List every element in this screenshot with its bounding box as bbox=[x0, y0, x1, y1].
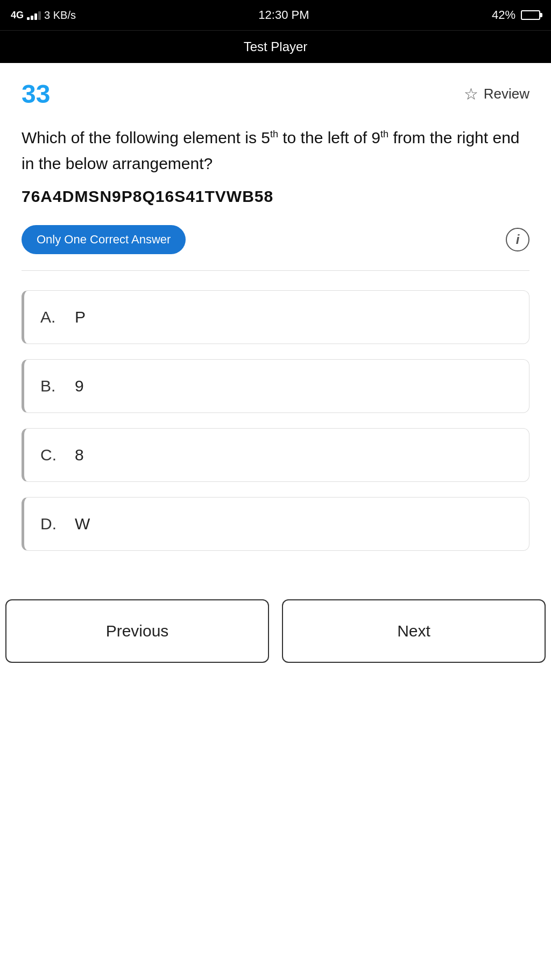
battery-percent: 42% bbox=[492, 8, 515, 22]
options-list: A. P B. 9 C. 8 D. W bbox=[22, 290, 529, 551]
main-content: 33 ☆ Review Which of the following eleme… bbox=[0, 63, 551, 599]
status-right: 42% bbox=[492, 8, 540, 22]
bar3 bbox=[34, 13, 37, 20]
option-a[interactable]: A. P bbox=[22, 290, 529, 344]
battery-icon bbox=[521, 10, 540, 20]
next-button[interactable]: Next bbox=[282, 599, 546, 663]
status-time: 12:30 PM bbox=[258, 8, 309, 22]
question-text: Which of the following element is 5th to… bbox=[22, 125, 529, 177]
option-c-value: 8 bbox=[75, 446, 84, 464]
bar1 bbox=[27, 17, 30, 20]
option-d-label: D. bbox=[40, 515, 62, 533]
info-icon[interactable]: i bbox=[506, 228, 529, 251]
option-a-label: A. bbox=[40, 308, 62, 326]
review-label: Review bbox=[484, 86, 529, 102]
app-bar: Test Player bbox=[0, 30, 551, 63]
question-text-part1: Which of the following element is 5th to… bbox=[22, 129, 520, 172]
option-c[interactable]: C. 8 bbox=[22, 428, 529, 482]
review-button[interactable]: ☆ Review bbox=[464, 85, 529, 103]
bar2 bbox=[31, 16, 33, 20]
divider bbox=[22, 270, 529, 271]
signal-bars bbox=[27, 10, 41, 20]
answer-type-badge: Only One Correct Answer bbox=[22, 225, 186, 254]
network-type: 4G bbox=[11, 10, 24, 21]
question-number: 33 bbox=[22, 79, 50, 109]
answer-type-row: Only One Correct Answer i bbox=[22, 225, 529, 254]
arrangement-text: 76A4DMSN9P8Q16S41TVWB58 bbox=[22, 187, 529, 206]
nav-buttons: Previous Next bbox=[0, 599, 551, 684]
network-speed: 3 KB/s bbox=[44, 9, 76, 22]
option-d[interactable]: D. W bbox=[22, 497, 529, 551]
option-c-label: C. bbox=[40, 446, 62, 464]
status-bar: 4G 3 KB/s 12:30 PM 42% bbox=[0, 0, 551, 30]
option-b-label: B. bbox=[40, 377, 62, 395]
option-b-value: 9 bbox=[75, 377, 84, 395]
option-d-value: W bbox=[75, 515, 90, 533]
star-icon: ☆ bbox=[464, 85, 478, 103]
question-header: 33 ☆ Review bbox=[22, 79, 529, 109]
previous-button[interactable]: Previous bbox=[5, 599, 269, 663]
bar4 bbox=[38, 11, 41, 20]
app-title: Test Player bbox=[244, 39, 308, 54]
option-a-value: P bbox=[75, 308, 86, 326]
status-left: 4G 3 KB/s bbox=[11, 9, 76, 22]
option-b[interactable]: B. 9 bbox=[22, 359, 529, 413]
